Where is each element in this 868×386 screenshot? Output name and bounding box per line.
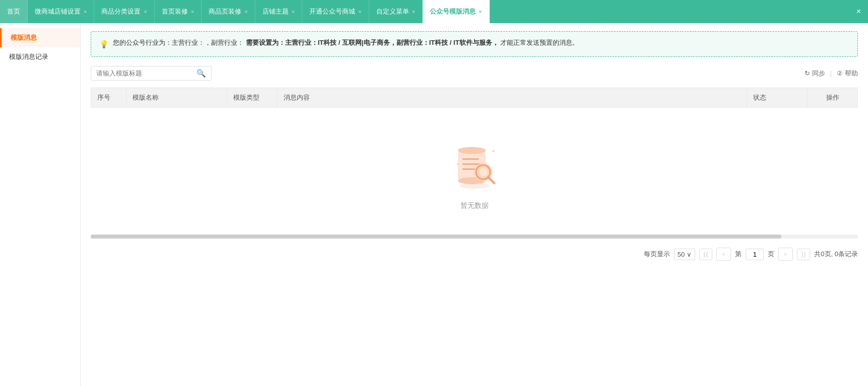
global-close-button[interactable]: × — [849, 0, 868, 23]
nav-item-8[interactable]: 公众号模版消息× — [423, 0, 489, 23]
page-label: 页 — [768, 250, 774, 259]
table-header-row: 序号 模版名称 模版类型 消息内容 状态 操作 — [91, 88, 858, 108]
nav-item-4[interactable]: 商品页装修× — [202, 0, 255, 23]
svg-point-2 — [458, 147, 486, 154]
nav-item-label-6: 开通公众号商城 — [309, 7, 355, 16]
search-actions: ↻ 同步 | ② 帮助 — [805, 69, 858, 78]
page-number-input[interactable] — [746, 249, 764, 260]
nav-item-label-4: 商品页装修 — [209, 7, 241, 16]
svg-text:✦: ✦ — [456, 162, 459, 167]
nav-item-label-8: 公众号模版消息 — [430, 7, 476, 16]
nav-item-5[interactable]: 店铺主题× — [255, 0, 302, 23]
empty-state: ✦ ✦ 暂无数据 — [91, 108, 858, 230]
nav-item-label-0: 首页 — [7, 7, 20, 16]
col-header-type: 模版类型 — [227, 88, 278, 108]
per-page-label: 每页显示 — [644, 250, 670, 259]
next-page-button[interactable]: ＞ — [778, 248, 793, 261]
prev-page-button[interactable]: ＜ — [716, 248, 731, 261]
search-button[interactable]: 🔍 — [191, 69, 211, 78]
bulb-icon: 💡 — [99, 38, 109, 50]
search-input[interactable] — [91, 66, 191, 80]
col-header-name: 模版名称 — [126, 88, 227, 108]
dropdown-chevron-icon: ∨ — [687, 251, 692, 258]
data-table: 序号 模版名称 模版类型 消息内容 状态 操作 — [91, 88, 858, 108]
nav-item-label-5: 店铺主题 — [262, 7, 289, 16]
notice-banner: 💡 您的公众号行业为：主营行业：，副营行业： 需要设置为：主营行业：IT科技 /… — [91, 31, 858, 57]
nav-item-7[interactable]: 自定义菜单× — [369, 0, 423, 23]
scrollbar-thumb[interactable] — [91, 235, 781, 239]
main-layout: 模版消息模版消息记录 💡 您的公众号行业为：主营行业：，副营行业： 需要设置为：… — [0, 23, 868, 386]
nav-item-label-1: 微商城店铺设置 — [35, 7, 81, 16]
col-header-action: 操作 — [808, 88, 858, 108]
svg-text:✦: ✦ — [491, 148, 495, 154]
nav-item-3[interactable]: 首页装修× — [155, 0, 202, 23]
sidebar-item-0[interactable]: 模版消息 — [0, 28, 80, 47]
page-prefix: 第 — [735, 250, 742, 259]
help-icon: ② — [837, 69, 843, 77]
pagination: 每页显示 50 ∨ ⟨⟨ ＜ 第 页 ＞ ⟩⟩ 共0页, 0条记录 — [91, 243, 858, 266]
sync-icon: ↻ — [805, 69, 810, 77]
horizontal-scrollbar[interactable] — [91, 235, 858, 239]
notice-text: 您的公众号行业为：主营行业：，副营行业： 需要设置为：主营行业：IT科技 / 互… — [113, 38, 579, 48]
empty-illustration: ✦ ✦ — [447, 138, 502, 193]
nav-item-close-5[interactable]: × — [292, 9, 295, 15]
sidebar: 模版消息模版消息记录 — [0, 23, 81, 386]
nav-item-label-3: 首页装修 — [162, 7, 188, 16]
nav-item-close-3[interactable]: × — [191, 9, 194, 15]
search-input-wrapper: 🔍 — [91, 66, 212, 81]
sync-button[interactable]: ↻ 同步 — [805, 69, 825, 78]
svg-line-9 — [488, 177, 494, 183]
total-info: 共0页, 0条记录 — [814, 250, 858, 259]
empty-text: 暂无数据 — [460, 201, 489, 210]
nav-item-close-4[interactable]: × — [244, 9, 247, 15]
nav-item-close-7[interactable]: × — [412, 9, 415, 15]
top-nav: 首页微商城店铺设置×商品分类设置×首页装修×商品页装修×店铺主题×开通公众号商城… — [0, 0, 868, 23]
nav-item-2[interactable]: 商品分类设置× — [94, 0, 154, 23]
nav-item-1[interactable]: 微商城店铺设置× — [28, 0, 94, 23]
nav-item-close-8[interactable]: × — [479, 9, 482, 15]
nav-item-close-6[interactable]: × — [358, 9, 361, 15]
nav-item-close-2[interactable]: × — [144, 9, 147, 15]
first-page-button[interactable]: ⟨⟨ — [699, 249, 712, 260]
divider: | — [830, 69, 832, 77]
per-page-select[interactable]: 50 ∨ — [674, 249, 695, 260]
search-bar: 🔍 ↻ 同步 | ② 帮助 — [91, 66, 858, 81]
col-header-seq: 序号 — [91, 88, 126, 108]
last-page-button[interactable]: ⟩⟩ — [797, 249, 810, 260]
col-header-content: 消息内容 — [278, 88, 747, 108]
sidebar-item-1[interactable]: 模版消息记录 — [0, 47, 80, 66]
nav-item-6[interactable]: 开通公众号商城× — [302, 0, 369, 23]
svg-point-10 — [479, 168, 487, 176]
col-header-status: 状态 — [747, 88, 808, 108]
nav-item-label-7: 自定义菜单 — [376, 7, 409, 16]
help-button[interactable]: ② 帮助 — [837, 69, 858, 78]
nav-item-label-2: 商品分类设置 — [101, 7, 141, 16]
main-content: 💡 您的公众号行业为：主营行业：，副营行业： 需要设置为：主营行业：IT科技 /… — [81, 23, 868, 386]
nav-item-close-1[interactable]: × — [84, 9, 87, 15]
nav-item-0[interactable]: 首页 — [0, 0, 28, 23]
table-scroll-area: 序号 模版名称 模版类型 消息内容 状态 操作 — [91, 88, 858, 243]
